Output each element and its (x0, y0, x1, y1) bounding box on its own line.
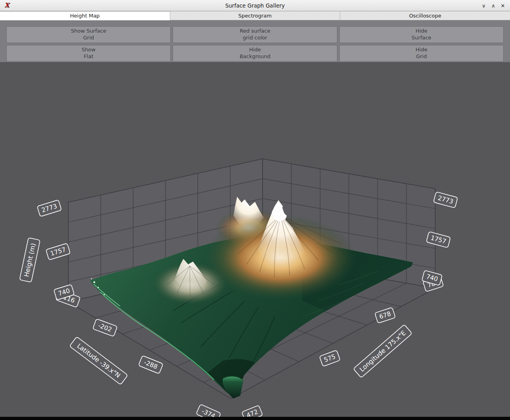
axis-tick-label: 2773 (433, 192, 457, 208)
axis-tick-label: 575 (319, 350, 340, 366)
axis-tick-label: -288 (138, 356, 163, 374)
axis-tick-label: 1757 (46, 243, 70, 260)
axis-title: Latitude -39.x"N (70, 337, 128, 385)
tab-bar: Height MapSpectrogramOscilloscope (0, 11, 510, 20)
button-toolbar: Show SurfaceGridRed surfacegrid colorHid… (0, 20, 510, 62)
title-bar: X Surface Graph Gallery ∨ ∧ ✕ (0, 0, 510, 11)
axis-title: Longitude 175.x"E (353, 324, 412, 378)
show-surface-grid-button[interactable]: Show SurfaceGrid (6, 26, 171, 43)
tab-oscilloscope[interactable]: Oscilloscope (340, 11, 510, 20)
show-flat-button[interactable]: ShowFlat (6, 45, 171, 62)
window-controls: ∨ ∧ ✕ (479, 0, 508, 11)
maximize-button[interactable]: ∧ (489, 3, 498, 9)
window-title: Surface Graph Gallery (0, 2, 510, 9)
app-window: X Surface Graph Gallery ∨ ∧ ✕ Height Map… (0, 0, 510, 420)
axis-tick-label: 2773 (37, 200, 61, 217)
shade-button[interactable]: ∨ (479, 3, 489, 9)
svg-text:Latitude -39.x"N: Latitude -39.x"N (76, 342, 122, 379)
hide-surface-button[interactable]: HideSurface (339, 26, 504, 43)
axis-tick-label: 472 (242, 405, 263, 417)
tab-spectrogram[interactable]: Spectrogram (170, 11, 341, 20)
surface-chart: -116-202-288-374781678575472277317577402… (0, 62, 510, 417)
svg-text:Longitude 175.x"E: Longitude 175.x"E (358, 329, 407, 373)
hide-grid-button[interactable]: HideGrid (339, 45, 504, 62)
tab-height-map[interactable]: Height Map (0, 11, 170, 20)
app-icon: X (3, 2, 10, 9)
axis-tick-label: -374 (196, 404, 221, 417)
bottom-strip (0, 417, 510, 420)
red-surface-grid-color-button[interactable]: Red surfacegrid color (173, 26, 337, 43)
hide-background-button[interactable]: HideBackground (173, 45, 337, 62)
surface-plot-view[interactable]: -116-202-288-374781678575472277317577402… (0, 62, 510, 417)
axis-title: Height (m) (19, 238, 40, 282)
close-button[interactable]: ✕ (498, 3, 508, 9)
